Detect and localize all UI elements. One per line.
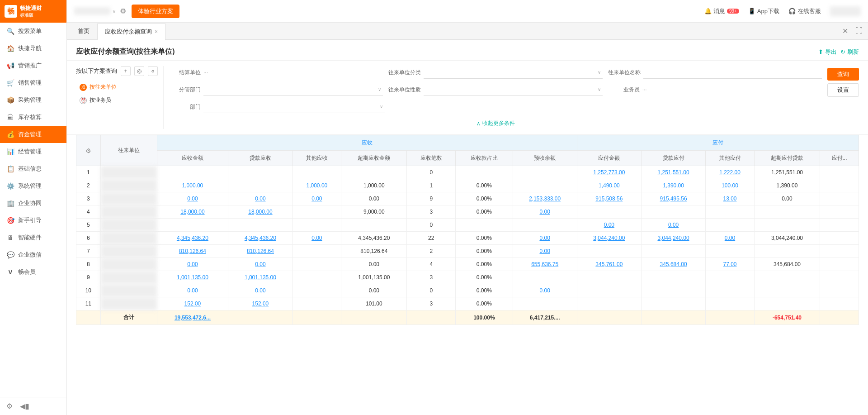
user-info[interactable] — [830, 6, 861, 16]
collapse-icon[interactable]: ◀▮ — [20, 402, 29, 410]
cell-value[interactable]: 0.00 — [513, 284, 577, 297]
set-button[interactable]: 设置 — [827, 83, 859, 97]
sidebar-item-hardware[interactable]: 🖥 智能硬件 — [0, 229, 66, 246]
cell-value[interactable]: 0.00 — [513, 232, 577, 245]
cell-value[interactable] — [641, 245, 705, 258]
cell-value[interactable] — [228, 166, 292, 179]
tab-home[interactable]: 首页 — [71, 23, 97, 40]
cell-value[interactable]: 345,684.00 — [641, 258, 705, 271]
cell-value[interactable]: 1,252,773.00 — [577, 166, 641, 179]
cell-value[interactable] — [292, 166, 341, 179]
sidebar-item-corp[interactable]: 🏢 企业协同 — [0, 195, 66, 212]
cell-value[interactable]: 1,000.00 — [292, 179, 341, 192]
cell-value[interactable]: 3,044,240.00 — [641, 232, 705, 245]
cell-value[interactable] — [157, 219, 228, 232]
settings-icon[interactable]: ⚙ — [6, 402, 13, 410]
cell-value[interactable] — [577, 205, 641, 219]
gear-icon[interactable]: ⚙ — [120, 7, 126, 15]
cell-value[interactable] — [292, 245, 341, 258]
branch-select[interactable]: ∨ — [203, 100, 385, 113]
cell-value[interactable]: 0.00 — [292, 192, 341, 205]
cell-value[interactable]: 655,636.75 — [513, 258, 577, 271]
cell-value[interactable]: 13.00 — [706, 192, 755, 205]
cell-value[interactable]: 810,126.64 — [157, 245, 228, 258]
tab-close-icon[interactable]: × — [155, 29, 158, 35]
cell-value[interactable]: 18,000.00 — [157, 205, 228, 219]
cell-value[interactable]: 345,761.00 — [577, 258, 641, 271]
cell-value[interactable]: 4,345,436.20 — [228, 232, 292, 245]
collapse-more-button[interactable]: ∧ 收起更多条件 — [476, 119, 515, 127]
cell-value[interactable]: 810,126.64 — [228, 245, 292, 258]
filter-add-button[interactable]: + — [121, 66, 131, 76]
cell-value[interactable]: 152.00 — [157, 297, 228, 310]
cell-value[interactable]: 0.00 — [228, 284, 292, 297]
cell-value[interactable]: 1,001,135.00 — [228, 271, 292, 284]
filter-target-button[interactable]: ◎ — [134, 66, 144, 76]
scheme-item-salesman[interactable]: ⏰ 按业务员 — [76, 95, 158, 106]
cell-value[interactable]: 152.00 — [228, 297, 292, 310]
cell-value[interactable]: 915,508.56 — [577, 192, 641, 205]
cell-value[interactable]: 915,495.56 — [641, 192, 705, 205]
sidebar-item-member[interactable]: V 畅会员 — [0, 263, 66, 281]
cell-value[interactable] — [157, 166, 228, 179]
cell-value[interactable] — [641, 205, 705, 219]
cell-value[interactable]: 1,001,135.00 — [157, 271, 228, 284]
cell-value[interactable]: 0.00 — [513, 245, 577, 258]
cell-value[interactable]: 0.00 — [228, 192, 292, 205]
cell-value[interactable]: 1,222.00 — [706, 166, 755, 179]
cell-value[interactable] — [292, 297, 341, 310]
cell-value[interactable]: 77.00 — [706, 258, 755, 271]
cell-value[interactable]: 1,390.00 — [641, 179, 705, 192]
cell-value[interactable]: 1,251,551.00 — [641, 166, 705, 179]
cell-value[interactable] — [641, 284, 705, 297]
cell-value[interactable] — [577, 271, 641, 284]
salesman-dots-icon[interactable]: ··· — [642, 86, 647, 93]
cell-value[interactable] — [641, 297, 705, 310]
cell-value[interactable]: 0.00 — [157, 192, 228, 205]
sidebar-item-finance[interactable]: 💰 资金管理 — [0, 126, 66, 143]
settlement-dots-icon[interactable]: ··· — [203, 69, 208, 76]
partner-name-input[interactable] — [643, 66, 822, 79]
cell-value[interactable] — [641, 271, 705, 284]
cell-value[interactable]: 0.00 — [641, 219, 705, 232]
cell-value[interactable] — [228, 179, 292, 192]
cell-value[interactable]: 1,490.00 — [577, 179, 641, 192]
cell-value[interactable]: 0.00 — [228, 258, 292, 271]
cell-value[interactable]: 0.00 — [157, 284, 228, 297]
cell-value[interactable] — [292, 284, 341, 297]
cell-value[interactable]: 0.00 — [706, 232, 755, 245]
sidebar-item-sales[interactable]: 🛒 销售管理 — [0, 74, 66, 91]
cell-value[interactable] — [228, 219, 292, 232]
sidebar-item-wechat[interactable]: 💬 企业微信 — [0, 246, 66, 263]
partner-type-select[interactable]: ∨ — [424, 66, 602, 79]
cell-value[interactable]: 2,153,333.00 — [513, 192, 577, 205]
cell-value[interactable]: 4,345,436.20 — [157, 232, 228, 245]
messages-nav-item[interactable]: 🔔 消息 99+ — [704, 7, 739, 15]
cell-value[interactable]: 3,044,240.00 — [577, 232, 641, 245]
partner-nature-select[interactable]: ∨ — [424, 83, 602, 96]
sidebar-item-quicknav[interactable]: 🏠 快捷导航 — [0, 40, 66, 57]
app-download-item[interactable]: 📱 App下载 — [748, 7, 779, 15]
cell-value[interactable] — [577, 297, 641, 310]
cell-value[interactable] — [292, 258, 341, 271]
cell-value[interactable] — [577, 284, 641, 297]
sidebar-item-system[interactable]: ⚙️ 系统管理 — [0, 177, 66, 195]
cell-value[interactable]: 0.00 — [513, 205, 577, 219]
window-expand-icon[interactable]: ⛶ — [854, 27, 864, 35]
cell-value[interactable]: 1,000.00 — [157, 179, 228, 192]
cell-value[interactable] — [292, 205, 341, 219]
query-button[interactable]: 查询 — [827, 68, 859, 81]
promo-button[interactable]: 体验行业方案 — [132, 5, 179, 18]
cell-value[interactable]: 0.00 — [577, 219, 641, 232]
sidebar-item-basic[interactable]: 📋 基础信息 — [0, 160, 66, 177]
col-setting-header[interactable]: ⚙ — [76, 135, 101, 166]
cell-value[interactable] — [292, 219, 341, 232]
export-button[interactable]: ⬆ 导出 — [818, 48, 837, 56]
window-close-icon[interactable]: ✕ — [840, 27, 850, 35]
cell-value[interactable] — [292, 271, 341, 284]
sidebar-item-search[interactable]: 🔍 搜索菜单 — [0, 23, 66, 40]
cell-value[interactable]: 100.00 — [706, 179, 755, 192]
sidebar-item-purchase[interactable]: 📦 采购管理 — [0, 91, 66, 109]
sidebar-item-guide[interactable]: 🎯 新手引导 — [0, 212, 66, 229]
tab-arAp[interactable]: 应收应付余额查询 × — [97, 23, 165, 40]
